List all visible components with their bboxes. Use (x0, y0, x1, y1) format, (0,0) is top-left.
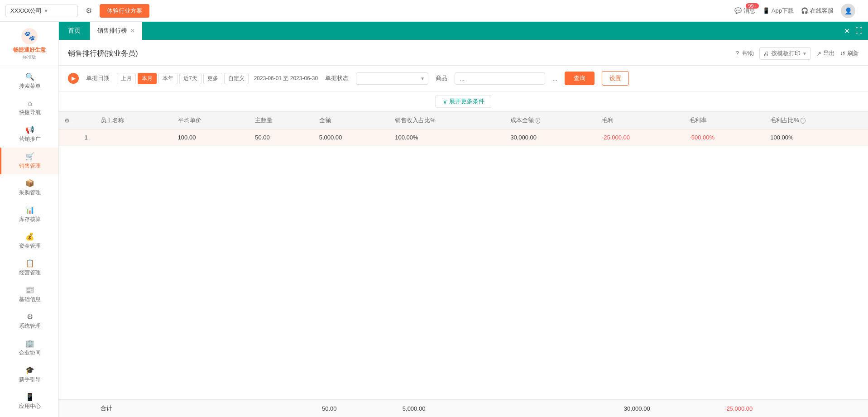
header-actions: ？ 帮助 🖨 按模板打印 ▼ ↗ 导出 ↺ 刷新 (734, 47, 859, 60)
total-table: 合计 50.00 5,000.00 30,000.00 -25,000.00 (59, 400, 868, 417)
col-quantity: 主数量 (249, 112, 313, 129)
sidebar-item-purchase[interactable]: 📦 采购管理 (0, 174, 58, 201)
tab-close-button[interactable]: ✕ (130, 28, 135, 34)
settings-button[interactable]: ⚙ (82, 4, 96, 18)
row-sales-pct: 100.00% (389, 129, 505, 146)
total-label: 合计 (95, 400, 216, 417)
date-btn-last-month[interactable]: 上月 (117, 73, 136, 84)
query-button[interactable]: 查询 (565, 72, 595, 85)
date-range: 2023-06-01 至 2023-06-30 (254, 75, 318, 82)
tab-sales-ranking[interactable]: 销售排行榜 ✕ (90, 22, 142, 40)
row-cost: 30,000.00 (505, 129, 596, 146)
tab-home[interactable]: 首页 (59, 22, 90, 40)
sidebar-item-system[interactable]: ⚙ 系统管理 (0, 308, 58, 335)
date-filters: 上月 本月 本年 近7天 更多 自定义 2023-06-01 至 2023-06… (117, 73, 318, 84)
sidebar-item-sales[interactable]: 🛒 销售管理 (0, 148, 58, 174)
logo-icon: 🐾 (20, 27, 38, 45)
status-select[interactable] (356, 72, 428, 85)
data-table: ⚙ 员工名称 平均单价 主数量 全额 销售收入占比% 成本全额 i 毛利 毛利率… (59, 112, 868, 146)
total-avg-price (216, 400, 317, 417)
sidebar: 🐾 畅捷通好生意 标准版 🔍 搜索菜单 ⌂ 快捷导航 📢 营销推广 (0, 22, 59, 417)
filter-row: ▶ 单据日期 上月 本月 本年 近7天 更多 自定义 2023-06-01 至 … (68, 71, 859, 86)
home-icon: ⌂ (28, 99, 32, 107)
goods-input[interactable] (455, 72, 545, 85)
message-icon: 💬 (734, 7, 742, 14)
total-profit: -25,000.00 (719, 400, 820, 417)
row-name (95, 129, 173, 146)
sidebar-label-enterprise: 企业协同 (19, 349, 41, 357)
total-footer: 合计 50.00 5,000.00 30,000.00 -25,000.00 (59, 399, 868, 417)
sidebar-label-purchase: 采购管理 (19, 189, 41, 197)
more-filter-button[interactable]: ... (552, 75, 557, 82)
purchase-icon: 📦 (25, 179, 34, 187)
refresh-button[interactable]: ↺ 刷新 (840, 49, 859, 58)
sidebar-item-appcenter[interactable]: 📱 应用中心 (0, 388, 58, 415)
print-button[interactable]: 🖨 按模板打印 ▼ (759, 47, 811, 60)
date-btn-more[interactable]: 更多 (203, 73, 222, 84)
guide-icon: 🎓 (25, 366, 34, 374)
date-btn-custom[interactable]: 自定义 (224, 73, 249, 84)
sidebar-label-shortcut: 快捷导航 (19, 109, 41, 116)
logo-area: 🐾 畅捷通好生意 标准版 (0, 22, 58, 66)
sidebar-item-operation[interactable]: 📋 经营管理 (0, 254, 58, 281)
headset-icon: 🎧 (801, 7, 808, 14)
row-profit-pct: 100.00% (765, 129, 868, 146)
sidebar-item-enterprise[interactable]: 🏢 企业协同 (0, 335, 58, 361)
sidebar-item-marketing[interactable]: 📢 营销推广 (0, 121, 58, 148)
total-settings-col (59, 400, 77, 417)
appcenter-icon: 📱 (25, 393, 34, 401)
col-avg-price: 平均单价 (173, 112, 250, 129)
company-selector[interactable]: XXXXX公司 ▼ (5, 5, 78, 17)
refresh-icon: ↺ (840, 50, 845, 57)
total-quantity: 50.00 (317, 400, 397, 417)
app-download-button[interactable]: 📱 App下载 (762, 7, 794, 15)
message-button[interactable]: 💬 消息 99+ (734, 7, 755, 15)
sidebar-label-operation: 经营管理 (19, 269, 41, 277)
col-settings[interactable]: ⚙ (59, 112, 77, 129)
maximize-icon[interactable]: ⛶ (855, 27, 863, 35)
printer-icon: 🖨 (763, 50, 769, 57)
row-profit-rate: -500.00% (684, 129, 765, 146)
date-btn-7days[interactable]: 近7天 (179, 73, 201, 84)
sidebar-item-wechat[interactable]: 💬 企业微信 (0, 415, 58, 417)
sidebar-label-basic: 基础信息 (19, 296, 41, 303)
sidebar-label-search: 搜索菜单 (19, 82, 41, 90)
logo-name: 畅捷通好生意 (13, 46, 46, 54)
close-window-icon[interactable]: ✕ (844, 27, 850, 35)
sidebar-item-guide[interactable]: 🎓 新手引导 (0, 361, 58, 388)
total-sales-pct (498, 400, 619, 417)
sidebar-label-finance: 资金管理 (19, 242, 41, 250)
expand-arrow-button[interactable]: ▶ (68, 73, 79, 84)
table-container: ⚙ 员工名称 平均单价 主数量 全额 销售收入占比% 成本全额 i 毛利 毛利率… (59, 112, 868, 399)
sidebar-label-appcenter: 应用中心 (19, 403, 41, 410)
sidebar-label-guide: 新手引导 (19, 376, 41, 383)
chevron-down-expand-icon: ∨ (443, 98, 447, 105)
expand-more-button[interactable]: ∨ 展开更多条件 (435, 95, 492, 108)
operation-icon: 📋 (25, 259, 34, 268)
trial-button[interactable]: 体验行业方案 (100, 4, 149, 18)
date-btn-this-month[interactable]: 本月 (138, 73, 157, 84)
total-cost: 30,000.00 (619, 400, 719, 417)
tabs-bar: 首页 销售排行榜 ✕ ✕ ⛶ (59, 22, 868, 40)
phone-icon: 📱 (762, 7, 770, 14)
date-btn-this-year[interactable]: 本年 (158, 73, 177, 84)
sidebar-item-basic[interactable]: 📰 基础信息 (0, 281, 58, 308)
online-service-button[interactable]: 🎧 在线客服 (801, 7, 834, 15)
avatar[interactable]: 👤 (841, 4, 855, 18)
table-header-row: ⚙ 员工名称 平均单价 主数量 全额 销售收入占比% 成本全额 i 毛利 毛利率… (59, 112, 868, 129)
sidebar-nav: 🔍 搜索菜单 ⌂ 快捷导航 📢 营销推广 🛒 销售管理 📦 采购管理 (0, 66, 58, 417)
logo-sub: 标准版 (23, 54, 36, 60)
sidebar-item-shortcut[interactable]: ⌂ 快捷导航 (0, 95, 58, 121)
sidebar-label-sales: 销售管理 (19, 162, 41, 170)
export-button[interactable]: ↗ 导出 (816, 49, 835, 58)
sidebar-item-inventory[interactable]: 📊 库存核算 (0, 201, 58, 228)
total-rank-col (77, 400, 95, 417)
setting-button[interactable]: 设置 (602, 71, 629, 86)
row-total: 5,000.00 (314, 129, 390, 146)
top-bar-left: XXXXX公司 ▼ ⚙ 体验行业方案 (5, 4, 734, 18)
export-icon: ↗ (816, 50, 821, 57)
sidebar-item-finance[interactable]: 💰 资金管理 (0, 228, 58, 254)
status-label: 单据状态 (325, 74, 349, 82)
help-button[interactable]: ？ 帮助 (734, 49, 754, 58)
sidebar-item-search[interactable]: 🔍 搜索菜单 (0, 68, 58, 95)
